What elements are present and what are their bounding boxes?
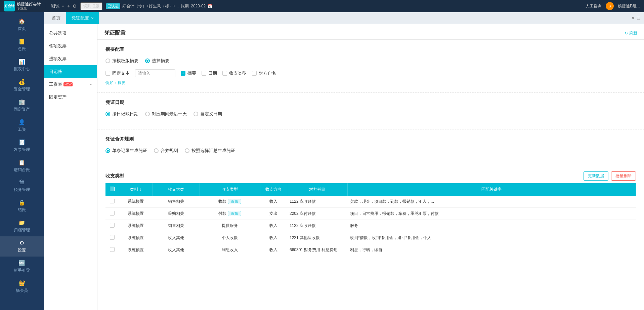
radio-period-last-label: 对应期间最后一天 bbox=[152, 111, 187, 117]
sidebar-item-label-home: 首页 bbox=[18, 26, 26, 32]
sidebar-item-funds[interactable]: 💰 资金管理 bbox=[0, 75, 44, 95]
tab-home[interactable]: 首页 bbox=[46, 12, 66, 24]
radio-summary-generate[interactable]: 按照选择汇总生成凭证 bbox=[185, 148, 235, 154]
table-row: 系统预置 收入其他 利息收入 收入 660301 财务费用 利息费用 利息，行转… bbox=[105, 244, 636, 256]
radio-journal-date[interactable]: 按日记账日期 bbox=[105, 111, 138, 117]
payroll-icon: 👤 bbox=[18, 119, 25, 125]
sidebar-item-settings[interactable]: ⚙ 设置 bbox=[0, 236, 44, 257]
inner-layout: 公共选项 销项发票 进项发票 日记账 工资表 NEW ▾ bbox=[44, 24, 644, 310]
update-data-button[interactable]: 更新数据 bbox=[584, 171, 608, 181]
row-category-1: 系统预置 bbox=[119, 208, 153, 220]
sidebar-item-close[interactable]: 🔒 结账 bbox=[0, 196, 44, 216]
sidebar: 🏠 首页 📒 总账 📊 报表中心 💰 资金管理 🏢 固定资产 👤 工资 🧾 发票… bbox=[0, 12, 44, 310]
row-checkbox-4[interactable] bbox=[110, 247, 115, 252]
home-icon: 🏠 bbox=[18, 18, 25, 25]
sub-sidebar-item-purchase-invoice[interactable]: 进项发票 bbox=[44, 52, 97, 65]
sidebar-item-assets[interactable]: 🏢 固定资产 bbox=[0, 95, 44, 116]
batch-delete-button[interactable]: 批量删除 bbox=[611, 171, 636, 181]
sub-sidebar-label-journal: 日记账 bbox=[49, 69, 62, 75]
radio-period-last[interactable]: 对应期间最后一天 bbox=[145, 111, 187, 117]
row-checkbox-3[interactable] bbox=[110, 235, 115, 240]
sidebar-item-label-sales: 进销台账 bbox=[14, 167, 30, 173]
window-expand-button[interactable]: □ bbox=[637, 15, 640, 21]
radio-period-last-circle bbox=[145, 112, 150, 116]
sidebar-item-sales[interactable]: 📋 进销台账 bbox=[0, 156, 44, 176]
old-version-button[interactable]: 切到旧版 bbox=[80, 2, 102, 10]
row-direction-4: 收入 bbox=[260, 244, 287, 256]
table-container: 类别 ↓ 收支大类 收支类型 收支方向 对方科目 匹配关键字 bbox=[97, 183, 644, 256]
row-direction-3: 收入 bbox=[260, 232, 287, 244]
add-icon[interactable]: + bbox=[67, 3, 70, 9]
radio-journal-date-label: 按日记账日期 bbox=[112, 111, 138, 117]
radio-custom-date[interactable]: 自定义日期 bbox=[194, 111, 222, 117]
top-tag-0[interactable]: 置顶 bbox=[228, 199, 241, 204]
checkbox-fixed-text[interactable]: 固定文本 bbox=[105, 70, 130, 76]
support-label[interactable]: 人工咨询 bbox=[586, 3, 602, 9]
fixed-text-input[interactable] bbox=[135, 69, 175, 77]
sidebar-item-member[interactable]: 👑 畅会员 bbox=[0, 277, 44, 297]
top-tag-1[interactable]: 置顶 bbox=[228, 211, 241, 216]
tab-close-icon[interactable]: × bbox=[91, 15, 94, 21]
nav-dropdown-icon[interactable]: ▾ bbox=[62, 4, 64, 8]
sidebar-item-home[interactable]: 🏠 首页 bbox=[0, 15, 44, 35]
row-checkbox-2[interactable] bbox=[110, 223, 115, 228]
checkbox-summary[interactable]: ✓ 摘要 bbox=[181, 70, 196, 76]
checkbox-counterpart[interactable]: 对方户名 bbox=[252, 70, 276, 76]
row-keywords-4: 利息，行转，续自 bbox=[347, 244, 636, 256]
sub-sidebar-item-fixed-assets[interactable]: 固定资产 bbox=[44, 91, 97, 104]
table-header-direction: 收支方向 bbox=[260, 183, 287, 196]
radio-select[interactable]: 选择摘要 bbox=[145, 58, 169, 64]
sub-sidebar-label-fixed-assets: 固定资产 bbox=[49, 94, 67, 100]
table-header-checkbox[interactable] bbox=[110, 187, 115, 191]
row-category-0: 系统预置 bbox=[119, 196, 153, 208]
sidebar-item-invoices[interactable]: 🧾 发票管理 bbox=[0, 136, 44, 156]
income-title: 收支类型 bbox=[105, 173, 124, 179]
sidebar-item-payroll[interactable]: 👤 工资 bbox=[0, 116, 44, 136]
row-checkbox-cell-0 bbox=[105, 196, 119, 208]
calendar-icon[interactable]: 📅 bbox=[208, 4, 213, 8]
radio-select-label: 选择摘要 bbox=[152, 58, 169, 64]
sub-sidebar-item-journal[interactable]: 日记账 bbox=[44, 65, 97, 78]
archive-icon: 📁 bbox=[18, 220, 25, 226]
user-name[interactable]: 畅捷通B组... bbox=[618, 3, 640, 9]
assets-icon: 🏢 bbox=[18, 99, 25, 105]
row-income-type-1: 付款 置顶 bbox=[200, 208, 260, 220]
radio-template[interactable]: 按模板版摘要 bbox=[105, 58, 138, 64]
row-big-type-4: 收入其他 bbox=[153, 244, 200, 256]
sidebar-item-reports[interactable]: 📊 报表中心 bbox=[0, 55, 44, 75]
sidebar-item-archive[interactable]: 📁 归档管理 bbox=[0, 216, 44, 236]
checkbox-date[interactable]: 日期 bbox=[202, 70, 217, 76]
row-direction-2: 收入 bbox=[260, 220, 287, 232]
radio-single-record[interactable]: 单条记录生成凭证 bbox=[105, 148, 147, 154]
row-category-3: 系统预置 bbox=[119, 232, 153, 244]
sidebar-item-tax[interactable]: 🏛 税务管理 bbox=[0, 176, 44, 196]
user-avatar[interactable]: B bbox=[606, 2, 614, 10]
sub-sidebar-item-public[interactable]: 公共选项 bbox=[44, 27, 97, 40]
sales-icon: 📋 bbox=[18, 159, 25, 166]
sidebar-item-ledger[interactable]: 📒 总账 bbox=[0, 35, 44, 55]
row-checkbox-0[interactable] bbox=[110, 199, 115, 203]
nav-item-test[interactable]: 测试 bbox=[51, 3, 59, 9]
settings-icon[interactable]: ⚙ bbox=[73, 3, 77, 9]
row-checkbox-cell-4 bbox=[105, 244, 119, 256]
row-checkbox-1[interactable] bbox=[110, 211, 115, 216]
checkbox-income-type[interactable]: 收支类型 bbox=[222, 70, 247, 76]
close-period-icon: 🔒 bbox=[18, 199, 25, 206]
table-row: 系统预置 销售相关 收款 置顶 收入 1122 应收账款 欠款，现金，项目款，到… bbox=[105, 196, 636, 208]
radio-merge-rule[interactable]: 合并规则 bbox=[154, 148, 178, 154]
sub-sidebar-item-sales-invoice[interactable]: 销项发票 bbox=[44, 40, 97, 52]
sub-sidebar-item-payroll-table[interactable]: 工资表 NEW ▾ bbox=[44, 78, 97, 91]
main-layout: 🏠 首页 📒 总账 📊 报表中心 💰 资金管理 🏢 固定资产 👤 工资 🧾 发票… bbox=[0, 12, 644, 310]
tab-voucher-config[interactable]: 凭证配置 × bbox=[66, 12, 99, 24]
refresh-button[interactable]: ↻ 刷新 bbox=[625, 30, 637, 36]
row-direction-0: 收入 bbox=[260, 196, 287, 208]
row-keywords-0: 欠款，现金，项目款，到款，报销款，汇入，... bbox=[347, 196, 636, 208]
merge-section: 凭证合并规则 单条记录生成凭证 合并规则 bbox=[97, 129, 644, 166]
table-header-big-type: 收支大类 bbox=[153, 183, 200, 196]
row-account-4: 660301 财务费用 利息费用 bbox=[287, 244, 347, 256]
window-close-button[interactable]: × bbox=[632, 15, 634, 21]
checkbox-date-box bbox=[202, 71, 206, 76]
tax-icon: 🏛 bbox=[19, 180, 25, 186]
sidebar-item-guide[interactable]: 🆕 新手引导 bbox=[0, 257, 44, 277]
reports-icon: 📊 bbox=[18, 59, 25, 65]
